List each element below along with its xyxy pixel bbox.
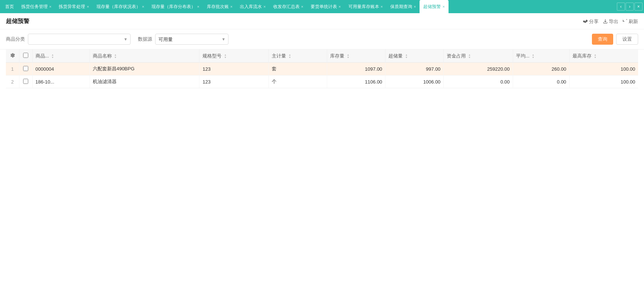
- col-capital-label: 资金占用: [447, 53, 466, 59]
- row-num: 1: [6, 63, 19, 75]
- page-header: 超储预警 分享 导出 刷新: [0, 13, 644, 29]
- row-stock: 1097.00: [327, 63, 385, 75]
- datasource-select[interactable]: 可用量 库存量: [155, 34, 228, 45]
- row-checkbox-cell: [19, 63, 32, 75]
- datasource-filter-group: 数据源 可用量 库存量 ▼: [138, 34, 228, 45]
- category-select-wrapper: ▼: [28, 34, 131, 45]
- col-header-overstock[interactable]: 超储量 ▲▼: [385, 49, 444, 63]
- close-icon[interactable]: ×: [381, 4, 383, 9]
- sort-icon-capital: ▲▼: [468, 53, 471, 59]
- filter-bar: 商品分类 ▼ 数据源 可用量 库存量 ▼ 查询 设置: [0, 29, 644, 49]
- header-actions: 分享 导出 刷新: [583, 18, 638, 25]
- col-header-capital[interactable]: 资金占用 ▲▼: [444, 49, 513, 63]
- col-header-name[interactable]: 商品名称 ▲▼: [89, 49, 200, 63]
- nav-tab-inout-flow[interactable]: 出入库流水 ×: [236, 0, 269, 13]
- row-avg: 260.00: [513, 63, 569, 75]
- table-header-row: 商品... ▲▼ 商品名称 ▲▼ 规格型号 ▲▼ 主计量 ▲▼: [6, 49, 638, 63]
- sort-icon-unit: ▲▼: [289, 53, 291, 59]
- select-all-checkbox[interactable]: [23, 53, 28, 58]
- col-stock-label: 库存量: [330, 53, 344, 59]
- nav-tab-exception[interactable]: 拣货异常处理 ×: [55, 0, 92, 13]
- sort-icon-code: ▲▼: [51, 53, 54, 59]
- nav-tab-order-stats[interactable]: 要货单统计表 ×: [307, 0, 344, 13]
- row-capital: 259220.00: [444, 63, 513, 75]
- nav-tab-home[interactable]: 首页: [1, 0, 18, 13]
- col-header-avg[interactable]: 平均... ▲▼: [513, 49, 569, 63]
- nav-tab-inventory-dist[interactable]: 现存量（库存分布表） ×: [148, 0, 203, 13]
- nav-tab-expiry[interactable]: 保质期查询 ×: [387, 0, 420, 13]
- nav-tab-summary[interactable]: 收发存汇总表 ×: [270, 0, 307, 13]
- close-icon[interactable]: ×: [197, 4, 199, 9]
- close-icon[interactable]: ×: [230, 4, 233, 9]
- export-icon: [603, 19, 608, 24]
- overstock-table: 商品... ▲▼ 商品名称 ▲▼ 规格型号 ▲▼ 主计量 ▲▼: [6, 49, 638, 88]
- col-maxstock-label: 最高库存: [572, 53, 592, 59]
- nav-tab-overstock[interactable]: 超储预警 ×: [420, 0, 448, 13]
- sort-icon-overstock: ▲▼: [405, 53, 408, 59]
- col-header-stock[interactable]: 库存量 ▲▼: [327, 49, 385, 63]
- datasource-label: 数据源: [138, 36, 152, 42]
- nav-tab-batch[interactable]: 库存批次账 ×: [203, 0, 236, 13]
- row-avg: 0.00: [513, 75, 569, 88]
- export-link[interactable]: 导出: [603, 18, 618, 25]
- close-icon[interactable]: ×: [49, 4, 51, 9]
- col-header-maxstock[interactable]: 最高库存 ▲▼: [569, 49, 638, 63]
- nav-next-button[interactable]: ›: [626, 3, 634, 11]
- main-content: 超储预警 分享 导出 刷新: [0, 13, 644, 293]
- row-unit: 个: [269, 75, 327, 88]
- refresh-link[interactable]: 刷新: [623, 18, 638, 25]
- table-row: 2 186-10... 机油滤清器 123 个 1106.00 1006.00 …: [6, 75, 638, 88]
- close-icon[interactable]: ×: [301, 4, 303, 9]
- col-header-unit[interactable]: 主计量 ▲▼: [269, 49, 327, 63]
- settings-button[interactable]: 设置: [616, 34, 638, 45]
- category-select[interactable]: [28, 34, 131, 45]
- datasource-select-wrapper: 可用量 库存量 ▼: [155, 34, 228, 45]
- sort-icon-maxstock: ▲▼: [594, 53, 596, 59]
- sort-icon-spec: ▲▼: [224, 53, 227, 59]
- row-checkbox[interactable]: [23, 66, 28, 71]
- query-button[interactable]: 查询: [592, 34, 613, 45]
- check-column-header: [19, 49, 32, 63]
- close-icon[interactable]: ×: [263, 4, 266, 9]
- close-icon[interactable]: ×: [87, 4, 89, 9]
- row-maxstock: 100.00: [569, 63, 638, 75]
- close-icon[interactable]: ×: [414, 4, 416, 9]
- share-link[interactable]: 分享: [583, 18, 599, 25]
- row-spec: 123: [200, 63, 269, 75]
- row-capital: 0.00: [444, 75, 513, 88]
- nav-prev-button[interactable]: ‹: [617, 3, 625, 11]
- sort-icon-stock: ▲▼: [347, 53, 350, 59]
- col-unit-label: 主计量: [272, 53, 286, 59]
- category-label: 商品分类: [6, 36, 25, 42]
- row-overstock: 997.00: [385, 63, 444, 75]
- settings-column-header[interactable]: [6, 49, 19, 63]
- share-icon: [583, 19, 588, 24]
- close-icon[interactable]: ×: [339, 4, 341, 9]
- nav-tab-inventory-status[interactable]: 现存量（库存状况表） ×: [93, 0, 148, 13]
- col-header-code[interactable]: 商品... ▲▼: [32, 49, 89, 63]
- row-name: 六配套新昌490BPG: [89, 63, 200, 75]
- row-maxstock: 100.00: [569, 75, 638, 88]
- close-icon[interactable]: ×: [142, 4, 144, 9]
- table-row: 1 0000004 六配套新昌490BPG 123 套 1097.00 997.…: [6, 63, 638, 75]
- row-unit: 套: [269, 63, 327, 75]
- table-container: 商品... ▲▼ 商品名称 ▲▼ 规格型号 ▲▼ 主计量 ▲▼: [0, 49, 644, 88]
- sort-icon-avg: ▲▼: [532, 53, 534, 59]
- col-code-label: 商品...: [36, 53, 49, 59]
- row-spec: 123: [200, 75, 269, 88]
- row-name: 机油滤清器: [89, 75, 200, 88]
- nav-close-button[interactable]: ×: [634, 3, 643, 11]
- filter-actions: 查询 设置: [592, 34, 638, 45]
- close-icon[interactable]: ×: [442, 4, 444, 9]
- col-overstock-label: 超储量: [388, 53, 403, 59]
- nav-arrows: ‹ › ×: [617, 3, 643, 11]
- gear-icon: [10, 52, 15, 58]
- row-checkbox[interactable]: [23, 79, 28, 84]
- col-name-label: 商品名称: [93, 53, 112, 59]
- nav-tab-available[interactable]: 可用量库存账本 ×: [345, 0, 387, 13]
- row-num: 2: [6, 75, 19, 88]
- nav-tab-task[interactable]: 拣货任务管理 ×: [18, 0, 55, 13]
- row-checkbox-cell: [19, 75, 32, 88]
- col-header-spec[interactable]: 规格型号 ▲▼: [200, 49, 269, 63]
- col-spec-label: 规格型号: [202, 53, 222, 59]
